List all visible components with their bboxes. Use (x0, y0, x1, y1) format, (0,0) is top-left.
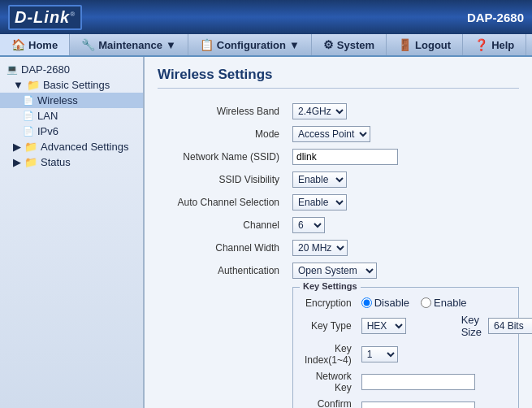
navbar: 🏠 Home 🔧 Maintenance ▼ 📋 Configuration ▼… (0, 34, 532, 57)
home-icon: 🏠 (11, 38, 25, 51)
confirm-key-input[interactable] (361, 401, 475, 408)
key-settings-legend: Key Settings (300, 281, 361, 291)
device-icon: 💻 (6, 64, 18, 75)
key-type-label: Key Type (301, 311, 358, 341)
key-type-select[interactable]: HEX ASCII (361, 318, 406, 334)
sidebar-label-ipv6: IPv6 (37, 125, 58, 137)
nav-home[interactable]: 🏠 Home (0, 34, 70, 55)
encryption-label: Encryption (301, 294, 358, 311)
sidebar-label-lan: LAN (37, 110, 58, 122)
key-type-row: Key Type HEX ASCII Key Size 64 Bits 128 … (301, 311, 532, 341)
sidebar-item-lan[interactable]: 📄 LAN (0, 108, 143, 124)
key-index-row: Key Index(1~4) 1 2 3 4 (301, 341, 532, 368)
expand-icon-basic: ▼ (13, 79, 24, 91)
nav-system-label: System (337, 39, 374, 51)
settings-form: Wireless Band 2.4GHz 5GHz Mode Access Po… (158, 100, 519, 282)
ssid-visibility-row: SSID Visibility Enable Disable (158, 168, 519, 191)
encryption-radio-group: Disable Enable (361, 297, 532, 309)
logo-text: D-Link® (15, 8, 76, 26)
folder-icon-status: 📁 (24, 156, 37, 168)
channel-label: Channel (158, 214, 288, 237)
nav-logout-label: Logout (415, 39, 451, 51)
sidebar-item-ipv6[interactable]: 📄 IPv6 (0, 124, 143, 139)
help-icon: ❓ (474, 38, 488, 51)
channel-row: Channel 6 12345 7891011 (158, 214, 519, 237)
logout-icon: 🚪 (398, 38, 412, 51)
logo-box: D-Link® (8, 5, 82, 30)
nav-system[interactable]: ⚙ System (312, 34, 387, 55)
maintenance-arrow: ▼ (166, 39, 176, 51)
authentication-select[interactable]: Open System Shared Key WPA-Personal (292, 263, 377, 279)
encryption-enable-label[interactable]: Enable (421, 297, 466, 309)
encryption-enable-radio[interactable] (421, 297, 431, 308)
sidebar-item-wireless[interactable]: 📄 Wireless (0, 93, 143, 108)
auto-channel-row: Auto Channel Selection Enable Disable (158, 191, 519, 214)
nav-maintenance[interactable]: 🔧 Maintenance ▼ (70, 34, 188, 55)
wireless-band-row: Wireless Band 2.4GHz 5GHz (158, 100, 519, 123)
main-area: 💻 DAP-2680 ▼ 📁 Basic Settings 📄 Wireless… (0, 57, 532, 408)
confirm-key-label: Confirm Key (301, 396, 358, 408)
network-key-input[interactable] (361, 374, 475, 390)
model-name: DAP-2680 (467, 11, 524, 24)
doc-icon-lan: 📄 (23, 111, 34, 121)
auto-channel-select[interactable]: Enable Disable (292, 194, 347, 211)
sidebar-item-advanced-settings[interactable]: ▶ 📁 Advanced Settings (0, 139, 143, 154)
mode-select[interactable]: Access Point WDS (292, 126, 370, 142)
expand-icon-status: ▶ (13, 156, 21, 168)
sidebar-label-basic-settings: Basic Settings (43, 79, 110, 91)
wireless-band-label: Wireless Band (158, 100, 288, 123)
folder-icon-advanced: 📁 (24, 141, 37, 153)
system-icon: ⚙ (323, 38, 334, 51)
wireless-band-select[interactable]: 2.4GHz 5GHz (292, 103, 347, 119)
authentication-label: Authentication (158, 259, 288, 282)
sidebar-label-wireless: Wireless (37, 94, 78, 106)
ssid-row: Network Name (SSID) (158, 145, 519, 168)
confirm-key-row: Confirm Key (301, 396, 532, 408)
configuration-icon: 📋 (200, 38, 214, 51)
sidebar-item-dap2680[interactable]: 💻 DAP-2680 (0, 62, 143, 77)
logo-tm: ® (70, 11, 76, 18)
ssid-input[interactable] (292, 149, 398, 165)
channel-width-row: Channel Width 20 MHz 40 MHz (158, 237, 519, 259)
expand-icon-advanced: ▶ (13, 141, 21, 153)
logo: D-Link® (8, 5, 82, 30)
ssid-visibility-select[interactable]: Enable Disable (292, 171, 347, 188)
nav-logout[interactable]: 🚪 Logout (387, 34, 463, 55)
encryption-enable-text: Enable (434, 297, 466, 309)
sidebar-label-status: Status (41, 156, 71, 168)
encryption-disable-label[interactable]: Disable (361, 297, 409, 309)
configuration-arrow: ▼ (289, 39, 300, 51)
content-area: Wireless Settings Wireless Band 2.4GHz 5… (145, 57, 532, 408)
encryption-disable-text: Disable (374, 297, 409, 309)
doc-icon-wireless: 📄 (23, 95, 34, 106)
ssid-visibility-label: SSID Visibility (158, 168, 288, 191)
key-index-select[interactable]: 1 2 3 4 (361, 346, 398, 362)
sidebar-label-dap2680: DAP-2680 (21, 63, 70, 76)
channel-select[interactable]: 6 12345 7891011 (292, 217, 325, 233)
page-title: Wireless Settings (158, 67, 519, 89)
nav-help[interactable]: ❓ Help (463, 34, 526, 55)
header: D-Link® DAP-2680 (0, 0, 532, 34)
sidebar: 💻 DAP-2680 ▼ 📁 Basic Settings 📄 Wireless… (0, 57, 145, 408)
key-index-label: Key Index(1~4) (301, 341, 358, 368)
nav-help-label: Help (491, 39, 514, 51)
sidebar-item-basic-settings[interactable]: ▼ 📁 Basic Settings (0, 77, 143, 93)
folder-icon-basic: 📁 (27, 79, 40, 91)
encryption-disable-radio[interactable] (361, 297, 372, 308)
nav-configuration-label: Configuration (217, 39, 286, 51)
mode-label: Mode (158, 123, 288, 145)
key-size-select[interactable]: 64 Bits 128 Bits (488, 318, 532, 334)
channel-width-select[interactable]: 20 MHz 40 MHz (292, 240, 348, 256)
sidebar-label-advanced-settings: Advanced Settings (41, 141, 128, 153)
network-key-row: Network Key (301, 368, 532, 396)
channel-width-label: Channel Width (158, 237, 288, 259)
key-type-size-row: HEX ASCII Key Size 64 Bits 128 Bits (361, 314, 532, 338)
key-settings-box: Key Settings Encryption Disable Enable (292, 287, 519, 408)
doc-icon-ipv6: 📄 (23, 126, 34, 137)
nav-maintenance-label: Maintenance (98, 39, 162, 51)
sidebar-item-status[interactable]: ▶ 📁 Status (0, 154, 143, 170)
nav-configuration[interactable]: 📋 Configuration ▼ (188, 34, 312, 55)
maintenance-icon: 🔧 (81, 38, 95, 51)
key-settings-table: Encryption Disable Enable (301, 294, 532, 408)
encryption-row: Encryption Disable Enable (301, 294, 532, 311)
